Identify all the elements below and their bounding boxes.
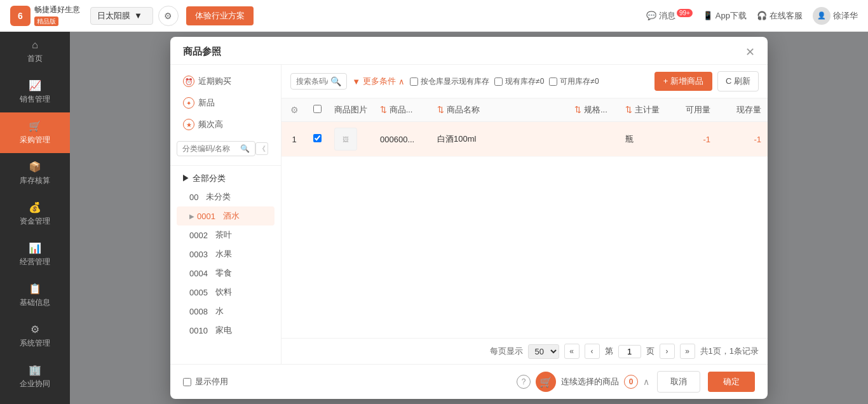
category-name-0002: 茶叶 xyxy=(215,229,232,241)
refresh-button[interactable]: C 刷新 xyxy=(717,71,759,91)
shopping-cart-icon: 🛒 xyxy=(539,376,552,388)
recent-purchase-nav-item[interactable]: ⏰ 近期购买 xyxy=(177,71,275,91)
cart-icon-button[interactable]: 🛒 xyxy=(536,372,556,392)
category-tree: ▶ 全部分类 00 未分类 ▶ 0001 酒水 xyxy=(170,170,281,358)
add-product-button[interactable]: + 新增商品 xyxy=(654,72,712,91)
cat-expand-arrow-icon: ▶ xyxy=(189,213,194,220)
total-info: 共1页，1条记录 xyxy=(700,346,759,357)
sidebar-item-home[interactable]: ⌂ 首页 xyxy=(0,32,70,72)
row-available: -1 xyxy=(666,122,717,157)
cancel-button[interactable]: 取消 xyxy=(657,371,700,393)
prev-page-button[interactable]: ‹ xyxy=(585,344,600,359)
sidebar-label-finance: 资金管理 xyxy=(20,216,50,227)
high-freq-nav-item[interactable]: ★ 频次高 xyxy=(177,114,275,135)
show-disabled-check[interactable] xyxy=(183,378,191,386)
sidebar-item-sales[interactable]: 📈 销售管理 xyxy=(0,72,70,112)
last-page-button[interactable]: » xyxy=(680,344,695,359)
message-icon: 💬 xyxy=(646,11,656,20)
messages-nav-item[interactable]: 💬 消息 99+ xyxy=(646,10,693,22)
product-search-box[interactable]: 🔍 xyxy=(290,73,347,90)
settings-icon[interactable]: ⚙ xyxy=(158,6,179,26)
page-word: 第 xyxy=(605,346,613,357)
sidebar-label-inventory: 库存核算 xyxy=(20,175,50,186)
category-item-00[interactable]: 00 未分类 xyxy=(177,187,275,206)
category-search-input[interactable] xyxy=(182,144,238,153)
row-checkbox-cell[interactable] xyxy=(307,122,328,157)
enterprise-icon: 🏢 xyxy=(29,364,41,376)
sidebar-item-finance[interactable]: 💰 资金管理 xyxy=(0,194,70,234)
category-code-0010: 0010 xyxy=(189,326,208,335)
recent-purchase-icon: ⏰ xyxy=(183,76,194,87)
sidebar-item-purchase[interactable]: 🛒 采购管理 xyxy=(0,112,70,153)
new-product-icon: ✦ xyxy=(183,97,194,109)
row-checkbox[interactable] xyxy=(313,134,322,142)
product-search-icon: 🔍 xyxy=(330,76,341,86)
table-settings-icon[interactable]: ⚙ xyxy=(290,105,299,115)
category-all-item[interactable]: ▶ 全部分类 xyxy=(177,170,275,187)
app-download-nav-item[interactable]: 📱 App下载 xyxy=(703,10,747,22)
stock-nonzero-checkbox[interactable]: 现有库存≠0 xyxy=(494,76,544,87)
category-code-0008: 0008 xyxy=(189,307,208,316)
filter-icon: ▼ xyxy=(352,77,360,86)
sort-icon-unit: ⇅ xyxy=(625,105,632,114)
modal-title: 商品参照 xyxy=(183,46,221,58)
sidebar-item-guide[interactable]: 📖 新手引导 xyxy=(0,397,70,404)
sidebar-label-operations: 经营管理 xyxy=(20,257,50,267)
show-disabled-checkbox[interactable]: 显示停用 xyxy=(183,376,228,387)
category-item-0002[interactable]: 0002 茶叶 xyxy=(177,226,275,245)
sidebar-item-inventory[interactable]: 📦 库存核算 xyxy=(0,153,70,194)
sidebar-item-base-info[interactable]: 📋 基础信息 xyxy=(0,275,70,316)
store-select[interactable]: 日太阳膜 ▼ xyxy=(90,7,153,25)
inventory-icon: 📦 xyxy=(29,161,41,173)
category-nav-items: ⏰ 近期购买 ✦ 新品 ★ 频次高 xyxy=(170,71,281,136)
category-code-0003: 0003 xyxy=(189,250,208,259)
stock-nonzero-check[interactable] xyxy=(494,77,503,86)
select-all-checkbox[interactable] xyxy=(313,105,322,113)
category-item-0005[interactable]: 0005 饮料 xyxy=(177,283,275,302)
purchase-icon: 🛒 xyxy=(29,120,41,132)
filter-button[interactable]: ▼ 更多条件 ∧ xyxy=(352,76,405,87)
confirm-button[interactable]: 确定 xyxy=(708,372,755,392)
category-item-0001[interactable]: ▶ 0001 酒水 xyxy=(177,206,275,226)
row-code: 000600... xyxy=(374,122,431,157)
cart-area: ? 🛒 连续选择的商品 0 ∧ xyxy=(517,372,649,392)
page-number-input[interactable] xyxy=(618,345,641,358)
col-header-check xyxy=(307,98,328,122)
trial-button[interactable]: 体验行业方案 xyxy=(186,6,254,25)
sidebar-item-operations[interactable]: 📊 经营管理 xyxy=(0,234,70,275)
category-item-0003[interactable]: 0003 水果 xyxy=(177,245,275,264)
available-nonzero-checkbox[interactable]: 可用库存≠0 xyxy=(549,76,599,87)
sidebar-label-sales: 销售管理 xyxy=(20,94,50,105)
next-page-button[interactable]: › xyxy=(660,344,675,359)
cart-count-badge: 0 xyxy=(624,375,638,389)
page-word2: 页 xyxy=(646,346,654,357)
sort-icon: ⇅ xyxy=(380,105,387,114)
product-search-input[interactable] xyxy=(296,77,328,86)
help-icon[interactable]: ? xyxy=(517,375,531,389)
warehouse-display-check[interactable] xyxy=(410,77,418,86)
new-product-nav-item[interactable]: ✦ 新品 xyxy=(177,93,275,113)
first-page-button[interactable]: « xyxy=(564,344,580,359)
user-nav-item[interactable]: 👤 徐泽华 xyxy=(813,7,858,25)
modal-overlay: 商品参照 ✕ ⏰ 近期购买 ✦ 新品 xyxy=(70,32,868,404)
per-page-select[interactable]: 50 xyxy=(528,344,559,359)
category-item-0010[interactable]: 0010 家电 xyxy=(177,321,275,340)
sidebar-item-system[interactable]: ⚙ 系统管理 xyxy=(0,316,70,356)
modal-close-button[interactable]: ✕ xyxy=(745,46,755,58)
available-nonzero-check[interactable] xyxy=(549,77,557,86)
online-service-nav-item[interactable]: 🎧 在线客服 xyxy=(757,10,803,22)
warehouse-display-checkbox[interactable]: 按仓库显示现有库存 xyxy=(410,76,489,87)
category-item-0004[interactable]: 0004 零食 xyxy=(177,264,275,283)
sidebar-item-enterprise[interactable]: 🏢 企业协同 xyxy=(0,356,70,397)
category-collapse-button[interactable]: 《 xyxy=(255,142,268,155)
logo-icon: 6 xyxy=(10,6,31,26)
row-stock: -1 xyxy=(717,122,768,157)
product-image: 🖼 xyxy=(334,128,357,151)
row-num: 1 xyxy=(281,122,307,157)
dropdown-arrow-icon: ▼ xyxy=(134,11,142,20)
category-search[interactable]: 🔍 xyxy=(177,141,255,156)
product-toolbar: 🔍 ▼ 更多条件 ∧ 按仓库显示现有库存 xyxy=(281,65,768,98)
table-row[interactable]: 1 🖼 xyxy=(281,122,768,157)
footer-collapse-icon[interactable]: ∧ xyxy=(643,377,649,387)
category-item-0008[interactable]: 0008 水 xyxy=(177,302,275,321)
